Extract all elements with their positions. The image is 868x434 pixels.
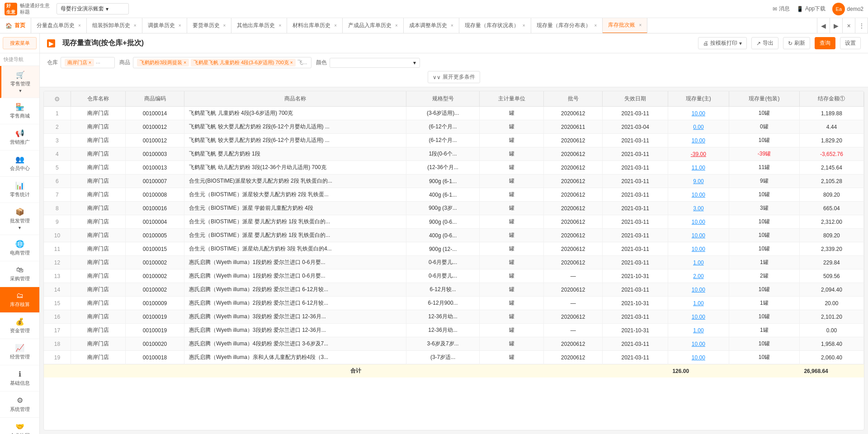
query-btn[interactable]: 查询 (815, 37, 835, 49)
row-qty-main[interactable]: 10.00 (668, 351, 729, 364)
row-qty-main[interactable]: 10.00 (668, 337, 729, 351)
row-qty-main[interactable]: 1.00 (668, 297, 729, 310)
row-qty-main[interactable]: 2.00 (668, 269, 729, 283)
tab-close-xianzai2[interactable]: × (594, 23, 597, 28)
row-name: 合生元（BIOSTIME）派星 学龄前儿童配方奶粉 4段 (184, 202, 406, 215)
tab-xianzai2[interactable]: 现存量（库存分布表） × (531, 18, 603, 33)
row-qty-main[interactable]: 10.00 (668, 310, 729, 324)
sidebar-item-wholesale[interactable]: 📦 批发管理 ▼ (0, 203, 39, 235)
tab-qita[interactable]: 其他出库单历史 × (231, 18, 287, 33)
row-name: 合生元（BIOSTIME）派星 婴儿配方奶粉 1段 乳铁蛋白的... (184, 215, 406, 229)
tab-close-tiaopi[interactable]: × (179, 23, 181, 28)
tab-chengben[interactable]: 成本调整单历史 × (404, 18, 459, 33)
refresh-btn[interactable]: ↻ 刷新 (783, 37, 810, 49)
row-name: 飞鹤星飞帆 较大婴儿配方奶粉 2段(6-12个月婴幼儿适用) ... (184, 120, 406, 134)
tab-close-qita[interactable]: × (278, 23, 281, 28)
tab-close-chengpin[interactable]: × (395, 23, 398, 28)
sidebar-item-retail-stats[interactable]: 📊 零售统计 (0, 177, 39, 203)
sidebar-item-marketing[interactable]: 📢 营销推广 (0, 124, 39, 151)
tab-menu-btn[interactable]: ⋮ (855, 18, 868, 33)
tab-close-yao[interactable]: × (223, 23, 226, 28)
warehouse-tag-container[interactable]: 南岸门店 × ··· (61, 57, 115, 68)
row-qty-main[interactable]: 9.00 (668, 175, 729, 188)
warehouse-tag-close[interactable]: × (89, 60, 91, 65)
tab-close-zuche[interactable]: × (134, 23, 137, 28)
table-row: 6 南岸门店 00100007 合生元(BIOSTIME)派星较大婴儿配方奶粉 … (44, 175, 864, 188)
row-qty-main[interactable]: 11.00 (668, 161, 729, 175)
product-tag-container[interactable]: 飞鹤奶粉3段两提装 × 飞鹤星飞帆 儿童奶粉 4段(3-6岁适用) 700克 ×… (133, 57, 311, 68)
table-row: 17 南岸门店 00100019 惠氏启腾（Wyeth illuma）3段奶粉 … (44, 324, 864, 337)
product-tag-2-close[interactable]: × (290, 60, 293, 65)
sidebar-item-retail-mgmt[interactable]: 🛒 零售管理 ▼ (0, 66, 39, 98)
row-qty-main[interactable]: 10.00 (668, 242, 729, 256)
row-warehouse: 南岸门店 (71, 337, 125, 351)
row-qty-main[interactable]: 3.00 (668, 202, 729, 215)
tab-close-all-btn[interactable]: × (843, 18, 855, 33)
row-spec: 400g (0-6... (406, 229, 480, 242)
sidebar-item-retail-shop[interactable]: 🏪 零售商城 (0, 98, 39, 124)
sidebar-item-operations[interactable]: 📈 经营管理 (0, 339, 39, 365)
row-amount: 4.44 (799, 120, 863, 134)
tab-kupicha[interactable]: 库存批次账 × (603, 18, 647, 33)
tab-next-btn[interactable]: ▶ (830, 18, 843, 33)
row-qty-main[interactable]: 10.00 (668, 215, 729, 229)
row-qty-main[interactable]: 1.00 (668, 256, 729, 269)
tab-close-fenpal[interactable]: × (78, 23, 81, 28)
col-setting-header[interactable]: ⚙ (44, 91, 71, 107)
sidebar-item-basic[interactable]: ℹ 基础信息 (0, 365, 39, 392)
row-expire: 2021-03-11 (603, 283, 668, 297)
row-qty-main[interactable]: 10.00 (668, 188, 729, 202)
row-qty-main[interactable]: 10.00 (668, 283, 729, 297)
expand-more-btn[interactable]: ∨∨ 展开更多条件 (428, 71, 480, 83)
user-area[interactable]: Ea demo2 (832, 3, 863, 15)
row-no: 1 (44, 107, 71, 120)
tab-tiaopi[interactable]: 调拨单历史 × (142, 18, 187, 33)
row-qty-main[interactable]: 0.00 (668, 120, 729, 134)
purchase-icon: 🛍 (16, 266, 24, 274)
tab-close-kupicha[interactable]: × (639, 23, 642, 28)
row-qty-main[interactable]: -39.00 (668, 147, 729, 161)
row-warehouse: 南岸门店 (71, 297, 125, 310)
row-qty-main[interactable]: 10.00 (668, 229, 729, 242)
col-setting-icon[interactable]: ⚙ (54, 95, 60, 103)
row-amount: 2,060.40 (799, 351, 863, 364)
tab-home[interactable]: 🏠 首页 (0, 18, 31, 33)
product-tag-1-close[interactable]: × (184, 60, 186, 65)
tab-close-xianzai1[interactable]: × (523, 23, 525, 28)
tab-zuche[interactable]: 组装拆卸单历史 × (87, 18, 142, 33)
sidebar-item-inventory[interactable]: 🗂 库存核算 (0, 287, 39, 313)
footer-qty-total: 126.00 (668, 364, 729, 378)
row-qty-main[interactable]: 1.00 (668, 324, 729, 337)
sidebar-item-purchase[interactable]: 🛍 采购管理 (0, 261, 39, 287)
tab-xianzai1[interactable]: 现存量（库存状况表） × (459, 18, 531, 33)
row-name: 惠氏启腾（Wyeth illuma）2段奶粉 爱尔兰进口 6-12月较... (184, 283, 406, 297)
row-expire: 2021-03-11 (603, 175, 668, 188)
tab-prev-btn[interactable]: ◀ (817, 18, 830, 33)
tab-cailiao[interactable]: 材料出库单历史 × (287, 18, 343, 33)
sidebar-item-member[interactable]: 👥 会员中心 (0, 151, 39, 177)
row-expire: 2021-03-11 (603, 161, 668, 175)
sidebar-item-enterprise[interactable]: 🤝 企业协同 (0, 418, 39, 434)
setting-btn[interactable]: 设置 (840, 37, 861, 49)
color-tag-container[interactable]: ▾ (330, 58, 420, 68)
tab-yao[interactable]: 要货单历史 × (187, 18, 232, 33)
row-qty-pack: 10罐 (729, 351, 799, 364)
tab-chengpin[interactable]: 产成品入库单历史 × (343, 18, 404, 33)
export-btn[interactable]: ↗ 导出 (751, 37, 778, 49)
row-qty-main[interactable]: 10.00 (668, 107, 729, 120)
search-menu-btn[interactable]: 搜索菜单 (3, 37, 37, 49)
sidebar-item-ecommerce[interactable]: 🌐 电商管理 (0, 235, 39, 261)
org-selector[interactable]: 母婴行业演示账套 ▾ (57, 3, 129, 14)
message-btn[interactable]: ✉ 消息 (773, 5, 790, 13)
app-download-btn[interactable]: 📱 App下载 (797, 5, 826, 13)
print-btn[interactable]: 🖨 按模板打印 ▾ (698, 37, 747, 49)
row-spec: (12-36个月... (406, 161, 480, 175)
expand-icon-btn[interactable]: ▶ (47, 39, 55, 47)
tab-fenpal[interactable]: 分量盘点单历史 × (31, 18, 87, 33)
sidebar-item-finance[interactable]: 💰 资金管理 (0, 313, 39, 339)
row-qty-main[interactable]: 10.00 (668, 134, 729, 147)
sidebar-item-system[interactable]: ⚙ 系统管理 (0, 392, 39, 418)
tab-close-chengben[interactable]: × (451, 23, 453, 28)
tab-close-cailiao[interactable]: × (334, 23, 337, 28)
row-spec: (3-7岁适... (406, 351, 480, 364)
